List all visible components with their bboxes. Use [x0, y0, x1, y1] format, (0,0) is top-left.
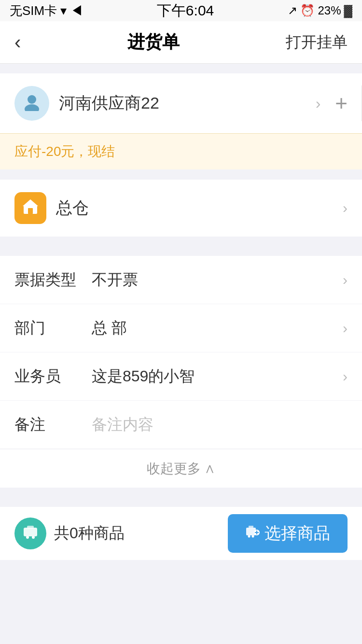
- nav-bar: ‹ 进货单 打开挂单: [0, 21, 362, 64]
- supplier-name: 河南供应商22: [59, 92, 316, 114]
- section-gap-2: [0, 169, 362, 179]
- svg-rect-10: [249, 526, 253, 528]
- back-button[interactable]: ‹: [14, 31, 21, 53]
- collapse-bar[interactable]: 收起更多 ∧: [0, 449, 362, 488]
- svg-point-1: [25, 104, 39, 111]
- form-section: 票据类型 不开票 › 部门 总 部 › 业务员 这是859的小智 › 备注 备注…: [0, 256, 362, 488]
- ticket-type-chevron-icon: ›: [343, 272, 348, 288]
- cart-icon: [22, 523, 39, 544]
- sales-row[interactable]: 业务员 这是859的小智 ›: [0, 352, 362, 401]
- battery-icon: ▓: [344, 4, 352, 17]
- status-bar: 无SIM卡 ▾ ◀ 下午6:04 ↗ ⏰ 23% ▓: [0, 0, 362, 21]
- open-pending-button[interactable]: 打开挂单: [286, 32, 348, 53]
- svg-point-12: [252, 535, 254, 537]
- svg-point-0: [28, 95, 36, 104]
- alarm-icon: ⏰: [300, 4, 315, 17]
- warehouse-name: 总仓: [56, 197, 343, 219]
- location-icon: ↗: [288, 4, 297, 17]
- notice-bar: 应付-20元，现结: [0, 133, 362, 169]
- svg-point-11: [248, 535, 251, 537]
- ticket-type-label: 票据类型: [14, 269, 82, 291]
- bottom-bar: 共0种商品 选择商品: [0, 507, 362, 560]
- notice-text: 应付-20元，现结: [14, 144, 115, 159]
- ticket-type-value: 不开票: [82, 269, 343, 291]
- svg-point-7: [26, 536, 29, 539]
- supplier-add-button[interactable]: +: [335, 91, 348, 115]
- battery-text: 23%: [318, 4, 341, 17]
- svg-rect-6: [27, 526, 34, 529]
- svg-rect-4: [28, 208, 33, 214]
- svg-point-8: [32, 536, 35, 539]
- product-count: 共0种商品: [54, 523, 125, 544]
- remark-label: 备注: [14, 414, 82, 435]
- warehouse-chevron-icon: ›: [343, 200, 348, 216]
- section-gap-4: [0, 488, 362, 497]
- sales-chevron-icon: ›: [343, 368, 348, 385]
- select-product-button[interactable]: 选择商品: [228, 514, 348, 553]
- supplier-chevron-icon: ›: [316, 95, 321, 112]
- section-gap-1: [0, 64, 362, 73]
- section-gap-3: [0, 237, 362, 246]
- department-value: 总 部: [82, 318, 343, 339]
- product-left: 共0种商品: [14, 518, 125, 549]
- sales-value: 这是859的小智: [82, 366, 343, 387]
- select-product-label: 选择商品: [265, 522, 330, 545]
- main-bg: [0, 560, 362, 644]
- department-chevron-icon: ›: [343, 320, 348, 336]
- department-label: 部门: [14, 318, 82, 339]
- svg-rect-5: [24, 528, 37, 536]
- collapse-label: 收起更多 ∧: [147, 460, 216, 478]
- status-network: 无SIM卡 ▾ ◀: [10, 2, 83, 19]
- warehouse-row[interactable]: 总仓 ›: [0, 179, 362, 237]
- supplier-avatar: [14, 86, 49, 121]
- remark-input[interactable]: 备注内容: [82, 414, 348, 435]
- department-row[interactable]: 部门 总 部 ›: [0, 304, 362, 352]
- remark-row[interactable]: 备注 备注内容: [0, 401, 362, 449]
- nav-title: 进货单: [127, 30, 180, 54]
- select-product-icon: [245, 525, 260, 543]
- warehouse-icon: [22, 197, 39, 219]
- warehouse-icon-wrap: [14, 192, 46, 224]
- sales-label: 业务员: [14, 366, 82, 387]
- status-time: 下午6:04: [157, 1, 214, 21]
- status-icons: ↗ ⏰ 23% ▓: [288, 4, 352, 17]
- supplier-row[interactable]: 河南供应商22 › +: [0, 73, 362, 133]
- ticket-type-row[interactable]: 票据类型 不开票 ›: [0, 256, 362, 304]
- warehouse-section[interactable]: 总仓 ›: [0, 179, 362, 237]
- avatar-icon: [22, 92, 42, 115]
- svg-marker-3: [23, 199, 38, 206]
- product-icon-wrap: [14, 518, 46, 549]
- supplier-section: 河南供应商22 › + 应付-20元，现结: [0, 73, 362, 169]
